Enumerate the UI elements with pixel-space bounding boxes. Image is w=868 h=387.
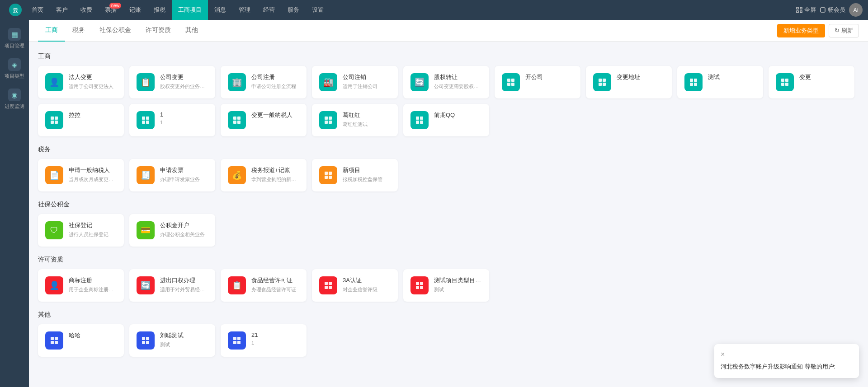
invoice-badge: new	[109, 3, 121, 9]
member-button[interactable]: 畅会员	[820, 6, 845, 14]
list-item[interactable]: 👤商标注册用于企业商标注册服务	[38, 269, 124, 302]
list-item[interactable]: 🧾申请发票办理申请发票业务	[129, 159, 215, 191]
tab-tax[interactable]: 税务	[65, 20, 92, 42]
list-item[interactable]: 哈哈	[38, 324, 124, 357]
svg-rect-61	[142, 341, 145, 344]
card-icon-3-3	[319, 276, 337, 294]
card-title: 拉拉	[69, 111, 117, 119]
list-item[interactable]: 211	[221, 324, 307, 357]
svg-rect-38	[329, 121, 332, 124]
cards-grid-2: 🛡社保登记进行人员社保登记💳公积金开户办理公积金相关业务	[38, 214, 859, 247]
fullscreen-button[interactable]: 全屏	[796, 6, 816, 14]
card-icon-0-1: 📋	[137, 73, 155, 91]
nav-biz-project[interactable]: 工商项目	[172, 0, 208, 20]
tab-other[interactable]: 其他	[178, 20, 205, 42]
tab-license[interactable]: 许可资质	[138, 20, 178, 42]
card-info-0-5: 开公司	[525, 73, 573, 83]
list-item[interactable]: 🔄股权转让公司变更需要股权转让	[403, 66, 489, 98]
list-item[interactable]: 变更地址	[586, 66, 672, 98]
nav-tax[interactable]: 报税	[147, 0, 172, 20]
svg-rect-32	[237, 117, 241, 120]
list-item[interactable]: 💰税务报道+记账拿到营业执照的新公司	[221, 159, 307, 191]
refresh-button[interactable]: ↻ 刷新	[829, 24, 859, 37]
card-icon-0-5	[502, 73, 520, 91]
notification-close[interactable]: ×	[721, 350, 725, 359]
list-item[interactable]: 📄申请一般纳税人当月或次月成变更完成	[38, 159, 124, 191]
card-info-4-1: 刘聪测试测试	[160, 331, 208, 348]
refresh-icon: ↻	[835, 27, 840, 34]
list-item[interactable]: 👤法人变更适用于公司变更法人	[38, 66, 124, 98]
list-item[interactable]: 变更一般纳税人	[221, 104, 307, 136]
sidebar-item-project-manage[interactable]: ▦ 项目管理	[2, 24, 27, 53]
list-item[interactable]: 葛红红葛红红测试	[312, 104, 398, 136]
card-info-1-2: 税务报道+记账拿到营业执照的新公司	[251, 166, 299, 183]
tab-business[interactable]: 工商	[38, 20, 65, 42]
card-title: 1	[160, 111, 208, 118]
list-item[interactable]: 11	[129, 104, 215, 136]
sidebar-item-project-type[interactable]: ◈ 项目类型	[2, 55, 27, 83]
card-title: 测试项目类型目定义	[434, 276, 482, 284]
list-item[interactable]: 🔄进出口权办理适用于对外贸易经营者	[129, 269, 215, 302]
svg-rect-44	[329, 172, 332, 175]
member-label: 畅会员	[828, 6, 845, 14]
svg-rect-31	[233, 117, 236, 120]
list-item[interactable]: 开公司	[495, 66, 580, 98]
card-title: 公司注册	[251, 73, 299, 81]
list-item[interactable]: 3A认证对企业信誉评级	[312, 269, 398, 302]
nav-manage[interactable]: 管理	[232, 0, 257, 20]
list-item[interactable]: 测试项目类型目定义测试	[403, 269, 489, 302]
nav-accounting[interactable]: 记账	[123, 0, 147, 20]
svg-rect-28	[146, 117, 149, 120]
new-type-button[interactable]: 新增业务类型	[777, 24, 825, 37]
svg-rect-10	[511, 83, 514, 86]
logo[interactable]: 云	[5, 0, 25, 20]
list-item[interactable]: 前期QQ	[403, 104, 489, 136]
svg-rect-43	[325, 172, 328, 175]
list-item[interactable]: 🏭公司注销适用于注销公司	[312, 66, 398, 98]
card-title: 申请发票	[160, 166, 208, 174]
notification-panel: × 河北税务数字账户升级影响通知 尊敬的用户:	[714, 344, 859, 378]
list-item[interactable]: 刘聪测试测试	[129, 324, 215, 357]
card-icon-3-0: 👤	[45, 276, 63, 294]
sidebar-item-progress-monitor[interactable]: ◉ 进度监测	[2, 85, 27, 113]
list-item[interactable]: 变更	[769, 66, 854, 98]
project-manage-icon: ▦	[8, 28, 21, 41]
notification-header: ×	[721, 350, 853, 359]
list-item[interactable]: 🛡社保登记进行人员社保登记	[38, 214, 124, 247]
svg-rect-64	[237, 337, 241, 340]
nav-billing[interactable]: 收费	[74, 0, 99, 20]
list-item[interactable]: 测试	[677, 66, 763, 98]
list-item[interactable]: 拉拉	[38, 104, 124, 136]
nav-settings[interactable]: 设置	[306, 0, 330, 20]
nav-message[interactable]: 消息	[208, 0, 232, 20]
card-desc: 办理申请发票业务	[160, 176, 208, 183]
card-info-3-1: 进出口权办理适用于对外贸易经营者	[160, 276, 208, 293]
list-item[interactable]: 🏢公司注册申请公司注册全流程	[221, 66, 307, 98]
nav-home[interactable]: 首页	[25, 0, 50, 20]
svg-rect-52	[420, 282, 423, 285]
card-title: 变更地址	[617, 73, 665, 81]
list-item[interactable]: 新项目报税加税控盘保管	[312, 159, 398, 191]
card-desc: 办理食品经营许可证	[251, 286, 299, 293]
card-desc: 测试	[434, 286, 482, 293]
nav-operation[interactable]: 经营	[257, 0, 281, 20]
list-item[interactable]: 💳公积金开户办理公积金相关业务	[129, 214, 215, 247]
tab-social-security[interactable]: 社保公积金	[92, 20, 138, 42]
svg-rect-6	[821, 8, 825, 12]
list-item[interactable]: 📋公司变更股权变更外的业务变更	[129, 66, 215, 98]
svg-rect-5	[800, 11, 802, 13]
svg-rect-16	[694, 79, 697, 82]
card-icon-0-9	[45, 111, 63, 129]
card-desc: 适用于公司变更法人	[69, 83, 117, 90]
svg-rect-20	[785, 79, 788, 82]
card-desc: 股权变更外的业务变更	[160, 83, 208, 90]
nav-customer[interactable]: 客户	[50, 0, 74, 20]
list-item[interactable]: 📋食品经营许可证办理食品经营许可证	[221, 269, 307, 302]
nav-service[interactable]: 服务	[281, 0, 306, 20]
card-title: 刘聪测试	[160, 331, 208, 340]
card-info-1-3: 新项目报税加税控盘保管	[343, 166, 391, 183]
tab-actions: 新增业务类型 ↻ 刷新	[777, 24, 859, 37]
card-info-1-1: 申请发票办理申请发票业务	[160, 166, 208, 183]
user-avatar[interactable]: Ai	[849, 3, 863, 17]
nav-invoice[interactable]: 票据 new	[99, 0, 123, 20]
